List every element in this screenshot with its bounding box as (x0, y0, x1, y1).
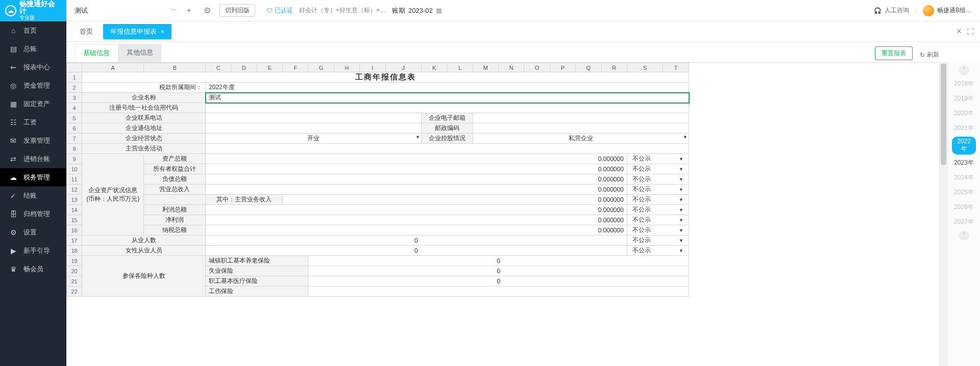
input-main-biz[interactable] (206, 144, 689, 154)
input-zip[interactable] (473, 123, 689, 134)
period-selector[interactable]: 账期 2023-02 ▦ (392, 6, 442, 15)
ins-value-22[interactable] (308, 286, 689, 297)
asset-value-12[interactable]: 0.000000 (206, 185, 627, 195)
scrollbar-thumb[interactable] (941, 63, 946, 165)
rownum-14[interactable]: 14 (67, 205, 82, 215)
rownum-6[interactable]: 6 (67, 123, 82, 134)
close-all-tabs-button[interactable]: × (956, 26, 962, 37)
ins-value-20[interactable]: 0 (308, 266, 689, 276)
fullscreen-icon[interactable]: ⛶ (967, 28, 974, 36)
disc-female-emp[interactable]: 不公示▼ (627, 246, 689, 256)
asset-value-11[interactable]: 0.000000 (206, 174, 627, 185)
col-G[interactable]: G (308, 63, 334, 72)
rownum-7[interactable]: 7 (67, 134, 82, 144)
col-S[interactable]: S (627, 63, 663, 72)
spreadsheet[interactable]: ABCDEFGHIJKLMNOPQRST 1工商年报信息表2税款所属期间：202… (66, 62, 947, 366)
subtab-basic[interactable]: 基础信息 (75, 44, 118, 62)
rownum-2[interactable]: 2 (67, 83, 82, 93)
asset-disc-15[interactable]: 不公示▼ (627, 215, 689, 225)
tab-annual-report[interactable]: 年报信息申报表 × (103, 24, 172, 39)
asset-value-13[interactable]: 0.000000 (283, 195, 627, 205)
rownum-13[interactable]: 13 (67, 195, 82, 205)
company-selector[interactable]: 测试 ﹀ (75, 6, 177, 15)
sidebar-item-10[interactable]: 🗄 归档管理 (0, 205, 66, 223)
sidebar-item-13[interactable]: ♛ 畅会员 (0, 260, 66, 278)
input-female-emp[interactable]: 0 (206, 246, 627, 256)
reset-report-button[interactable]: 重置报表 (875, 46, 913, 60)
sidebar-item-4[interactable]: ▦ 固定资产 (0, 95, 66, 113)
rownum-11[interactable]: 11 (67, 174, 82, 185)
select-op-status[interactable]: 开业▼ (206, 134, 422, 144)
add-button[interactable]: ＋ (183, 5, 195, 17)
col-F[interactable]: F (283, 63, 308, 72)
asset-disc-10[interactable]: 不公示▼ (627, 164, 689, 174)
sidebar-item-12[interactable]: ▶ 新手引导 (0, 242, 66, 260)
ins-value-21[interactable]: 0 (308, 276, 689, 286)
year-2025年[interactable]: 2025年 (948, 185, 980, 200)
sidebar-item-2[interactable]: ⇜ 报表中心 (0, 58, 66, 76)
sidebar-item-0[interactable]: ⌂ 首页 (0, 21, 66, 40)
input-address[interactable] (206, 123, 422, 134)
col-K[interactable]: K (422, 63, 447, 72)
select-holding[interactable]: 私营企业▼ (473, 134, 689, 144)
rownum-8[interactable]: 8 (67, 144, 82, 154)
rownum-15[interactable]: 15 (67, 215, 82, 225)
asset-disc-14[interactable]: 不公示▼ (627, 205, 689, 215)
col-D[interactable]: D (231, 63, 257, 72)
col-C[interactable]: C (206, 63, 231, 72)
close-icon[interactable]: × (161, 28, 164, 35)
asset-disc-11[interactable]: 不公示▼ (627, 174, 689, 185)
year-up-button[interactable]: ˄ (959, 65, 969, 75)
year-2018年[interactable]: 2018年 (948, 76, 980, 91)
year-2026年[interactable]: 2026年 (948, 200, 980, 215)
rownum-5[interactable]: 5 (67, 113, 82, 123)
asset-disc-9[interactable]: 不公示▼ (627, 154, 689, 164)
year-2027年[interactable]: 2027年 (948, 215, 980, 229)
asset-disc-16[interactable]: 不公示▼ (627, 225, 689, 236)
year-2020年[interactable]: 2020年 (948, 106, 980, 121)
rownum-4[interactable]: 4 (67, 103, 82, 113)
input-email[interactable] (473, 113, 689, 123)
rownum-18[interactable]: 18 (67, 246, 82, 256)
sidebar-item-3[interactable]: ◎ 资金管理 (0, 76, 66, 95)
rownum-12[interactable]: 12 (67, 185, 82, 195)
asset-disc-12[interactable]: 不公示▼ (627, 185, 689, 195)
rownum-3[interactable]: 3 (67, 93, 82, 103)
col-Q[interactable]: Q (576, 63, 601, 72)
rownum-17[interactable]: 17 (67, 236, 82, 246)
rownum-21[interactable]: 21 (67, 276, 82, 286)
sidebar-item-9[interactable]: ✓ 结账 (0, 187, 66, 205)
rownum-9[interactable]: 9 (67, 154, 82, 164)
col-H[interactable]: H (334, 63, 359, 72)
col-O[interactable]: O (524, 63, 550, 72)
year-2019年[interactable]: 2019年 (948, 91, 980, 106)
col-N[interactable]: N (499, 63, 524, 72)
input-phone[interactable] (206, 113, 422, 123)
input-reg-no[interactable] (206, 103, 689, 113)
col-P[interactable]: P (550, 63, 575, 72)
asset-value-10[interactable]: 0.000000 (206, 164, 627, 174)
year-2021年[interactable]: 2021年 (948, 121, 980, 136)
col-B[interactable]: B (144, 63, 206, 72)
asset-value-14[interactable]: 0.000000 (206, 205, 627, 215)
rownum-20[interactable]: 20 (67, 266, 82, 276)
rownum-19[interactable]: 19 (67, 256, 82, 266)
year-2022年[interactable]: 2022年 (952, 137, 976, 154)
year-2024年[interactable]: 2024年 (948, 170, 980, 185)
ins-value-19[interactable]: 0 (308, 256, 689, 266)
rownum-1[interactable]: 1 (67, 72, 82, 83)
vertical-scrollbar[interactable] (939, 62, 947, 366)
sidebar-item-6[interactable]: ✉ 发票管理 (0, 132, 66, 150)
col-A[interactable]: A (82, 63, 144, 72)
rownum-10[interactable]: 10 (67, 164, 82, 174)
rownum-16[interactable]: 16 (67, 225, 82, 236)
col-R[interactable]: R (601, 63, 627, 72)
asset-value-16[interactable]: 0.000000 (206, 225, 627, 236)
col-M[interactable]: M (473, 63, 498, 72)
col-L[interactable]: L (447, 63, 473, 72)
support-button[interactable]: 🎧 人工咨询 (874, 6, 909, 15)
disc-employees[interactable]: 不公示▼ (627, 236, 689, 246)
col-I[interactable]: I (360, 63, 385, 72)
col-J[interactable]: J (385, 63, 422, 72)
tab-home[interactable]: 首页 (72, 24, 100, 39)
